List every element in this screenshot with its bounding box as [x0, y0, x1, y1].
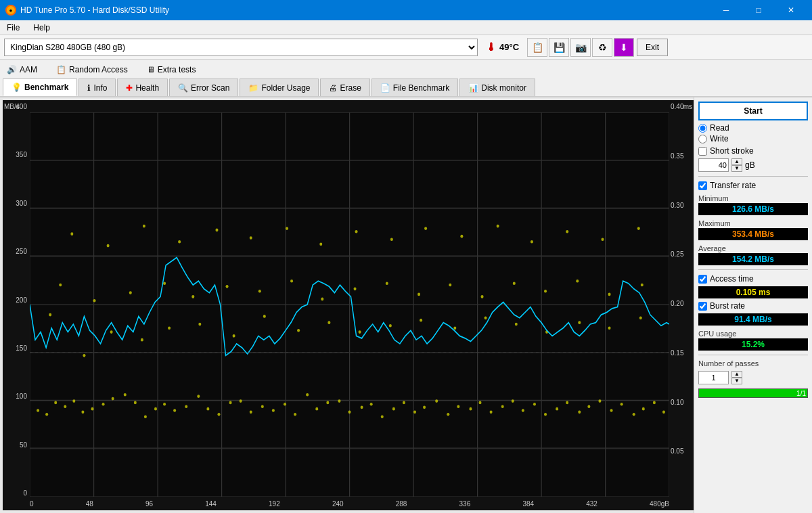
benchmark-label: Benchmark [24, 83, 68, 92]
svg-point-125 [250, 236, 252, 240]
svg-point-43 [261, 405, 264, 408]
svg-point-111 [386, 282, 388, 285]
passes-input[interactable] [698, 371, 729, 384]
svg-point-129 [390, 238, 393, 241]
svg-point-76 [621, 403, 623, 406]
tab-random-access[interactable]: 📋 Random Access [52, 64, 132, 76]
label-ms-035: 0.35 [671, 152, 692, 160]
write-radio[interactable]: Write [698, 134, 808, 143]
svg-point-69 [544, 413, 547, 416]
svg-point-108 [290, 280, 293, 283]
tabs-row-top: 🔊 AAM 📋 Random Access 🖥 Extra tests [0, 60, 812, 79]
label-x-48: 48 [86, 500, 93, 508]
tab-info[interactable]: ℹ Info [78, 79, 116, 96]
title-bar-left: ● HD Tune Pro 5.70 - Hard Disk/SSD Utili… [5, 5, 169, 16]
chart-labels-left: 400 350 300 250 200 150 100 50 0 [3, 100, 30, 497]
svg-point-25 [72, 399, 75, 403]
camera-icon-btn[interactable]: 📷 [570, 38, 591, 57]
close-button[interactable]: ✕ [775, 0, 807, 20]
svg-point-120 [70, 232, 73, 236]
read-radio[interactable]: Read [698, 123, 808, 133]
tab-health[interactable]: ✚ Health [117, 79, 168, 96]
tab-benchmark[interactable]: 💡 Benchmark [3, 79, 77, 96]
tab-error-scan[interactable]: 🔍 Error Scan [169, 79, 238, 96]
label-ms-010: 0.10 [671, 399, 692, 406]
maximize-button[interactable]: □ [743, 0, 774, 20]
gb-input[interactable] [698, 158, 729, 172]
burst-rate-checkbox[interactable]: Burst rate [698, 301, 808, 311]
gb-up-btn[interactable]: ▲ [731, 158, 742, 165]
passes-up-btn[interactable]: ▲ [731, 371, 742, 378]
svg-point-79 [653, 401, 656, 405]
label-0: 0 [4, 489, 27, 497]
health-icon: ✚ [126, 83, 133, 93]
write-label: Write [710, 134, 729, 143]
label-ms-020: 0.20 [671, 300, 692, 307]
download-icon-btn[interactable]: ⬇ [614, 38, 634, 57]
menu-help[interactable]: Help [29, 22, 54, 34]
label-x-192: 192 [269, 500, 280, 508]
label-ms-005: 0.05 [671, 447, 692, 455]
refresh-icon-btn[interactable]: ♻ [592, 38, 612, 57]
tab-file-benchmark[interactable]: 📄 File Benchmark [371, 79, 458, 96]
folder-usage-icon: 📁 [248, 83, 258, 93]
tab-disk-monitor[interactable]: 📊 Disk monitor [459, 79, 535, 96]
svg-point-116 [544, 290, 547, 293]
title-bar: ● HD Tune Pro 5.70 - Hard Disk/SSD Utili… [0, 0, 812, 20]
svg-point-134 [566, 230, 568, 233]
svg-point-87 [233, 334, 235, 338]
start-button[interactable]: Start [698, 102, 808, 120]
divider-2 [698, 269, 808, 270]
short-stroke-checkbox[interactable]: Short stroke [698, 146, 754, 156]
label-350: 350 [4, 151, 27, 158]
svg-point-38 [206, 407, 209, 411]
aam-icon: 🔊 [7, 65, 17, 74]
svg-point-29 [112, 397, 114, 401]
window-controls: ─ □ ✕ [710, 0, 807, 20]
label-150: 150 [4, 344, 27, 352]
svg-point-98 [578, 321, 581, 324]
svg-point-73 [587, 405, 590, 408]
access-time-checkbox[interactable]: Access time [698, 274, 808, 284]
save-icon-btn[interactable]: 💾 [549, 38, 569, 57]
svg-point-88 [263, 315, 266, 318]
gb-down-btn[interactable]: ▼ [731, 165, 742, 172]
average-section: Average 154.2 MB/s [698, 244, 808, 265]
tab-erase[interactable]: 🖨 Erase [320, 79, 369, 96]
aam-label: AAM [20, 65, 37, 74]
menu-bar: File Help [0, 20, 812, 35]
svg-point-51 [348, 410, 351, 414]
erase-label: Erase [340, 83, 361, 93]
svg-point-131 [460, 235, 463, 238]
svg-point-30 [124, 393, 127, 397]
tab-folder-usage[interactable]: 📁 Folder Usage [240, 79, 319, 96]
short-stroke-label: Short stroke [710, 146, 754, 156]
svg-point-75 [610, 409, 613, 412]
progress-bar-container: 1/1 [698, 388, 808, 398]
app-icon: ● [5, 5, 16, 16]
svg-point-63 [479, 401, 482, 405]
passes-down-btn[interactable]: ▼ [731, 378, 742, 384]
drive-selector[interactable]: KingDian S280 480GB (480 gB) [4, 39, 478, 56]
svg-point-53 [370, 403, 373, 406]
svg-point-40 [229, 401, 232, 405]
gb-spinner: ▲ ▼ [731, 158, 742, 172]
svg-point-91 [359, 330, 361, 334]
label-x-96: 96 [145, 500, 153, 508]
tab-aam[interactable]: 🔊 AAM [3, 64, 41, 76]
svg-point-81 [49, 313, 51, 317]
exit-button[interactable]: Exit [637, 39, 668, 56]
minimize-button[interactable]: ─ [710, 0, 742, 20]
label-400: 400 [4, 103, 27, 110]
svg-point-95 [484, 316, 487, 319]
svg-point-45 [284, 403, 286, 406]
tab-extra-tests[interactable]: 🖥 Extra tests [143, 64, 200, 76]
info-label: Info [93, 83, 107, 93]
transfer-rate-checkbox[interactable]: Transfer rate [698, 181, 808, 190]
svg-point-35 [173, 409, 176, 412]
cpu-usage-value: 15.2% [698, 338, 808, 351]
svg-point-22 [45, 413, 48, 416]
label-x-384: 384 [522, 500, 534, 508]
menu-file[interactable]: File [3, 22, 24, 34]
copy-icon-btn[interactable]: 📋 [527, 38, 547, 57]
